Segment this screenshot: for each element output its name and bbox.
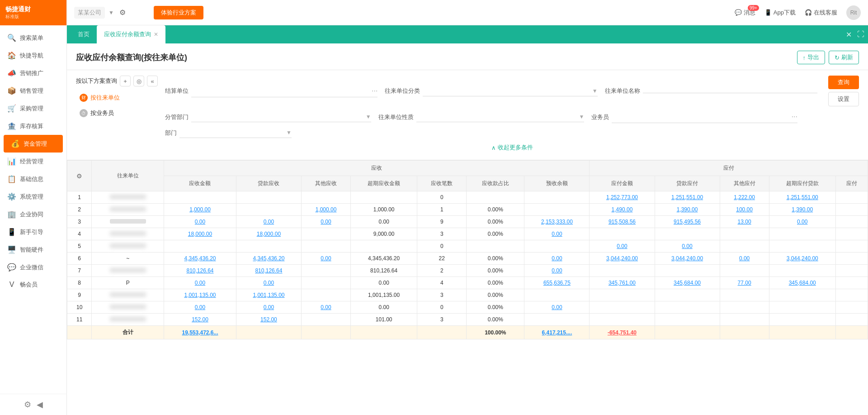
scheme-item-bywc[interactable]: 财 按往来单位 (76, 91, 158, 105)
filter-collapse-btn[interactable]: « (147, 76, 158, 86)
total-ybye[interactable]: 6,417,215.... (524, 326, 590, 339)
cell-ybye-7: 655,636.75 (524, 277, 590, 289)
topbar-gear-icon[interactable]: ⚙ (119, 8, 126, 17)
jsdw-label: 结算单位 (165, 87, 189, 95)
bm-select[interactable]: ▼ (179, 128, 292, 138)
cell-yfje-4: 0.00 (590, 240, 655, 253)
tab-close-icon[interactable]: ✕ (154, 31, 158, 38)
yw-label: 业务员 (591, 113, 609, 121)
th-cqys: 超期应收金额 (351, 176, 417, 191)
cell-yfextra-10 (835, 314, 868, 326)
scheme-selector: 按以下方案查询 + ◎ « 财 按往来单位 ⏱ 按业务员 (76, 76, 158, 154)
sidebar-item-system[interactable]: ⚙️系统管理 (0, 188, 66, 205)
cell-dkyf-2: 915,495.56 (655, 216, 720, 228)
th-group-yf: 应付 (590, 161, 868, 176)
sidebar-item-wechat[interactable]: 💬企业微信 (0, 258, 66, 276)
topbar-right: 💬 消息 99+ 📱 App下载 🎧 在线客服 Rit (735, 5, 861, 20)
cell-yssb-3: 3 (417, 228, 467, 240)
export-btn[interactable]: ↑ 导出 (797, 51, 826, 64)
table-settings-icon[interactable]: ⚙ (76, 172, 82, 180)
app-icon: 📱 (764, 9, 772, 16)
sidebar-item-marketing[interactable]: 📣营销推广 (0, 64, 66, 82)
sidebar-item-member[interactable]: V畅会员 (0, 276, 66, 293)
cell-no-4: 5 (67, 240, 92, 253)
cell-cqyfdk-3 (769, 228, 835, 240)
yw-dots-icon[interactable]: ··· (792, 113, 797, 121)
total-yssb (417, 326, 467, 339)
tab-home[interactable]: 首页 (71, 25, 97, 43)
message-btn[interactable]: 💬 消息 99+ (735, 9, 755, 17)
total-qtys (301, 326, 350, 339)
sidebar-item-finance[interactable]: 💰资金管理 (4, 135, 63, 153)
tab-fullscreen-icon[interactable]: ⛶ (857, 30, 864, 38)
lwdwmc-input[interactable] (643, 89, 817, 93)
cell-yszb-10: 0.00% (467, 314, 524, 326)
fgbm-select[interactable]: ▼ (191, 112, 371, 122)
cell-yssb-5: 22 (417, 253, 467, 265)
query-btn[interactable]: 查询 (828, 76, 859, 89)
collapse-more-btn[interactable]: ∧ 收起更多条件 (484, 141, 540, 154)
sidebar-item-search[interactable]: 🔍搜索菜单 (0, 29, 66, 47)
sidebar-collapse-btn[interactable]: ◀ (37, 400, 43, 410)
scheme-label-byyw: 按业务员 (90, 109, 114, 117)
lwdwfl-label: 往来单位分类 (385, 87, 420, 95)
sidebar-item-hardware[interactable]: 🖥️智能硬件 (0, 241, 66, 258)
table-container[interactable]: ⚙ 往来单位 应收 应付 应收金额 贷款应收 其他应收 超期应收金额 应收笔数 (67, 160, 868, 415)
cell-cqys-5: 4,345,436.20 (351, 253, 417, 265)
cell-partner-1 (92, 204, 164, 216)
tab-close-window-icon[interactable]: ✕ (846, 30, 852, 39)
sidebar-settings-btn[interactable]: ⚙ (24, 400, 31, 410)
user-avatar[interactable]: Rit (846, 5, 861, 20)
cell-yfextra-6 (835, 265, 868, 277)
cell-qtyf-2: 13.00 (720, 216, 769, 228)
filter-add-btn[interactable]: + (120, 76, 131, 86)
cell-yszb-5: 0.00% (467, 253, 524, 265)
cell-yszb-0 (467, 191, 524, 204)
sidebar-logo: 畅捷通财 标准版 (0, 0, 66, 25)
filter-target-btn[interactable]: ◎ (133, 76, 144, 86)
solution-btn[interactable]: 体验行业方案 (154, 6, 203, 19)
cell-yssb-6: 2 (417, 265, 467, 277)
cell-ysje-8: 1,001,135.00 (164, 289, 236, 301)
sidebar-item-inventory[interactable]: 🏦库存核算 (0, 117, 66, 135)
sidebar-item-guide[interactable]: 📱新手引导 (0, 223, 66, 241)
jsdw-input[interactable]: ··· (191, 85, 377, 97)
sidebar-icon-member: V (7, 281, 16, 289)
app-download-btn[interactable]: 📱 App下载 (764, 9, 796, 17)
jsdw-dots-icon[interactable]: ··· (372, 87, 377, 95)
refresh-btn[interactable]: ↻ 刷新 (829, 51, 859, 64)
cell-yszb-7: 0.00% (467, 277, 524, 289)
cell-dkys-10: 152.00 (236, 314, 301, 326)
tab-arquery[interactable]: 应收应付余额查询 ✕ (97, 25, 165, 43)
cell-dkys-2: 0.00 (236, 216, 301, 228)
sidebar-item-operation[interactable]: 📊经营管理 (0, 153, 66, 170)
total-yf-extra (835, 326, 868, 339)
cell-yfje-6 (590, 265, 655, 277)
sidebar-item-sales[interactable]: 📦销售管理 (0, 82, 66, 100)
cell-yfextra-7 (835, 277, 868, 289)
scheme-item-byyw[interactable]: ⏱ 按业务员 (76, 106, 158, 120)
sidebar-label-member: 畅会员 (20, 281, 38, 289)
company-dropdown-icon[interactable]: ▼ (108, 10, 114, 16)
total-row: 合计 19,553,472,6... 100.00% 6,417,215....… (67, 326, 868, 339)
sidebar-item-quicknav[interactable]: 🏠快捷导航 (0, 47, 66, 64)
sidebar-item-purchase[interactable]: 🛒采购管理 (0, 100, 66, 117)
sidebar-item-corp[interactable]: 🏢企业协同 (0, 205, 66, 223)
total-ysje[interactable]: 19,553,472,6... (164, 326, 236, 339)
th-settings[interactable]: ⚙ (67, 161, 92, 191)
sidebar-item-basic[interactable]: 📋基础信息 (0, 170, 66, 188)
sidebar-icon-corp: 🏢 (7, 210, 16, 219)
yw-input[interactable]: ··· (612, 111, 797, 123)
cell-no-9: 10 (67, 301, 92, 314)
setting-btn[interactable]: 设置 (828, 92, 859, 106)
cell-qtys-6 (301, 265, 350, 277)
cell-ysje-10: 152.00 (164, 314, 236, 326)
filter-yw-group: 业务员 ··· (591, 111, 797, 123)
cell-cqyfdk-1: 1,390.00 (769, 204, 835, 216)
sidebar-label-purchase: 采购管理 (20, 105, 43, 113)
total-yfje[interactable]: -654,751.40 (590, 326, 655, 339)
cell-yszb-9: 0.00% (467, 301, 524, 314)
lwdwfl-select[interactable]: ▼ (423, 86, 597, 96)
service-btn[interactable]: 🎧 在线客服 (805, 9, 837, 17)
lwdwxz-select[interactable]: ▼ (416, 112, 585, 122)
